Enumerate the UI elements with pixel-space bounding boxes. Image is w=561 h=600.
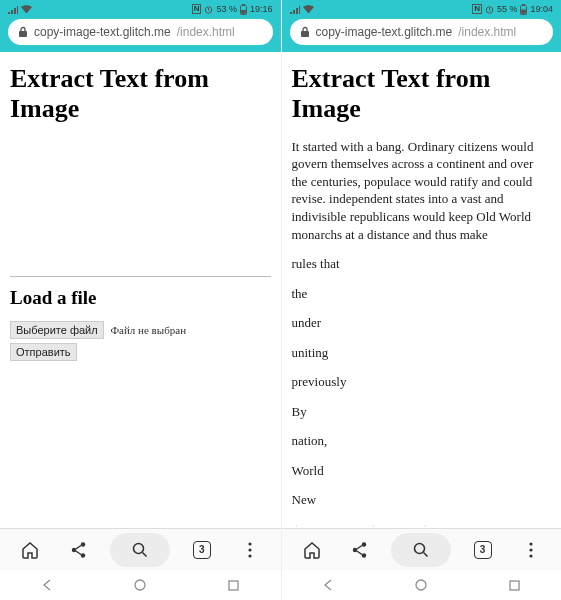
status-bar: N 53 % 19:16 <box>0 0 281 18</box>
svg-point-21 <box>362 553 366 557</box>
signal-icon <box>290 5 300 14</box>
phone-left: N 53 % 19:16 copy-image-text.glitch.me/i… <box>0 0 281 600</box>
extracted-text-paragraph: under <box>292 314 552 332</box>
url-pill[interactable]: copy-image-text.glitch.me/index.html <box>8 19 273 45</box>
browser-toolbar: 3 <box>0 528 281 570</box>
tabs-icon: 3 <box>474 541 492 559</box>
nav-back-button[interactable] <box>312 578 344 592</box>
alarm-icon <box>485 5 494 14</box>
choose-file-button[interactable]: Выберите файл <box>10 321 104 339</box>
svg-rect-16 <box>522 4 525 6</box>
svg-point-6 <box>81 542 85 546</box>
wifi-icon <box>21 5 32 14</box>
extracted-text-paragraph: democracy work on a scale never <box>292 521 552 528</box>
tabs-icon: 3 <box>193 541 211 559</box>
page-title: Extract Text from Image <box>292 64 552 124</box>
nav-home-button[interactable] <box>124 578 156 592</box>
file-input-status: Файл не выбран <box>110 324 186 336</box>
nfc-icon: N <box>472 4 482 14</box>
more-button[interactable] <box>233 533 267 567</box>
nav-home-button[interactable] <box>405 578 437 592</box>
alarm-icon <box>204 5 213 14</box>
url-path: /index.html <box>458 25 516 39</box>
extracted-text-paragraph: the <box>292 285 552 303</box>
submit-button[interactable]: Отправить <box>10 343 77 361</box>
more-button[interactable] <box>514 533 548 567</box>
svg-point-23 <box>529 542 532 545</box>
url-path: /index.html <box>177 25 235 39</box>
signal-icon <box>8 5 18 14</box>
svg-point-10 <box>249 548 252 551</box>
lock-icon <box>18 26 28 38</box>
svg-rect-3 <box>241 10 246 14</box>
extracted-text-paragraph: nation, <box>292 432 552 450</box>
page-title: Extract Text from Image <box>10 64 271 124</box>
url-host: copy-image-text.glitch.me <box>316 25 453 39</box>
svg-point-11 <box>249 554 252 557</box>
system-navbar <box>0 570 281 600</box>
lock-icon <box>300 26 310 38</box>
battery-icon <box>240 4 247 15</box>
svg-point-9 <box>249 542 252 545</box>
svg-point-22 <box>415 543 425 553</box>
search-button[interactable] <box>110 533 170 567</box>
divider <box>10 276 271 277</box>
page-content: Extract Text from Image It started with … <box>282 52 562 528</box>
nav-recent-button[interactable] <box>218 579 250 592</box>
svg-point-12 <box>135 580 145 590</box>
extracted-text-paragraph: New <box>292 491 552 509</box>
nfc-icon: N <box>192 4 202 14</box>
status-bar: N 55 % 19:04 <box>282 0 562 18</box>
url-pill[interactable]: copy-image-text.glitch.me/index.html <box>290 19 554 45</box>
home-button[interactable] <box>295 533 329 567</box>
svg-rect-18 <box>301 31 309 37</box>
search-button[interactable] <box>391 533 451 567</box>
tabs-button[interactable]: 3 <box>466 533 500 567</box>
svg-point-24 <box>529 548 532 551</box>
svg-point-7 <box>81 553 85 557</box>
svg-rect-2 <box>242 4 245 6</box>
url-bar: copy-image-text.glitch.me/index.html <box>282 18 562 52</box>
share-button[interactable] <box>343 533 377 567</box>
svg-rect-27 <box>510 581 519 590</box>
share-button[interactable] <box>62 533 96 567</box>
battery-percent: 55 % <box>497 4 518 14</box>
svg-point-20 <box>362 542 366 546</box>
home-button[interactable] <box>13 533 47 567</box>
page-content: Extract Text from Image Load a file Выбе… <box>0 52 281 528</box>
status-time: 19:16 <box>250 4 273 14</box>
nav-recent-button[interactable] <box>498 579 530 592</box>
battery-percent: 53 % <box>216 4 237 14</box>
status-time: 19:04 <box>530 4 553 14</box>
tabs-button[interactable]: 3 <box>185 533 219 567</box>
phone-right: N 55 % 19:04 copy-image-text.glitch.me/i… <box>281 0 562 600</box>
section-heading-load-file: Load a file <box>10 287 271 309</box>
battery-icon <box>520 4 527 15</box>
extracted-text-paragraph: World <box>292 462 552 480</box>
svg-point-25 <box>529 554 532 557</box>
nav-back-button[interactable] <box>31 578 63 592</box>
extracted-text-paragraph: previously <box>292 373 552 391</box>
extracted-text-paragraph: rules that <box>292 255 552 273</box>
url-bar: copy-image-text.glitch.me/index.html <box>0 18 281 52</box>
svg-point-8 <box>134 543 144 553</box>
svg-rect-17 <box>522 9 527 13</box>
system-navbar <box>282 570 562 600</box>
wifi-icon <box>303 5 314 14</box>
svg-rect-4 <box>19 31 27 37</box>
extracted-text-paragraph: It started with a bang. Ordinary citizen… <box>292 138 552 243</box>
browser-toolbar: 3 <box>282 528 562 570</box>
svg-point-26 <box>416 580 426 590</box>
extracted-text-paragraph: uniting <box>292 344 552 362</box>
extracted-text-paragraph: By <box>292 403 552 421</box>
svg-rect-13 <box>229 581 238 590</box>
file-input-row: Выберите файл Файл не выбран <box>10 321 271 339</box>
url-host: copy-image-text.glitch.me <box>34 25 171 39</box>
